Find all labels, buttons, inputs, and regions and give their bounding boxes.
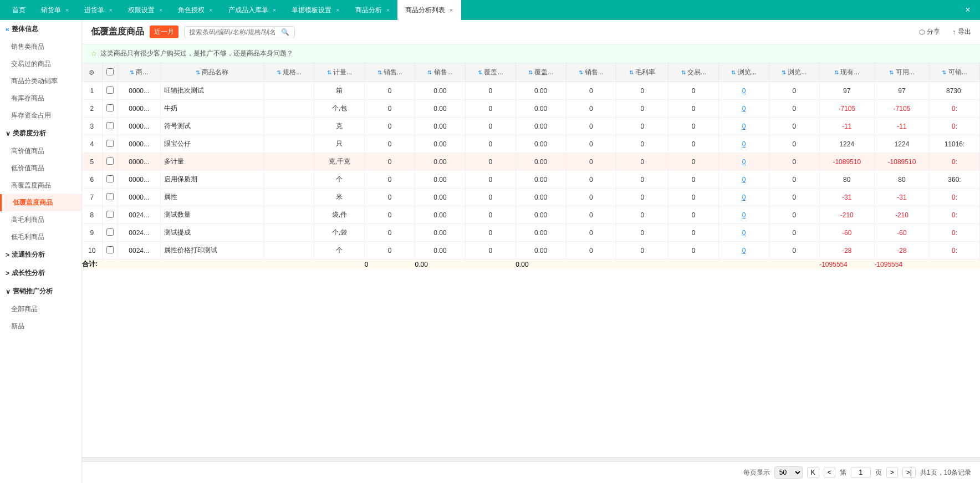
export-button[interactable]: ↑ 导出 (952, 27, 971, 37)
row-current-stock: 97 (819, 82, 874, 100)
row-current-stock: -1089510 (819, 153, 874, 171)
col-name[interactable]: ⇅ 商品名称 (160, 63, 264, 82)
share-button[interactable]: ⬡ 分享 (919, 27, 940, 37)
row-browse1[interactable]: 0 (719, 153, 769, 171)
sidebar-item-traded-goods[interactable]: 交易过的商品 (0, 55, 81, 73)
sidebar-section-growth[interactable]: > 成长性分析 (0, 264, 81, 282)
sidebar-item-all-goods[interactable]: 全部商品 (0, 301, 81, 318)
period-button[interactable]: 近一月 (150, 26, 178, 38)
row-checkbox[interactable] (102, 189, 118, 206)
sidebar-item-low-value[interactable]: 低价值商品 (0, 160, 81, 177)
close-icon[interactable]: × (273, 7, 276, 13)
sidebar-section-marketing[interactable]: ∨ 营销推广分析 (0, 282, 81, 301)
row-browse1[interactable]: 0 (719, 189, 769, 206)
row-sellable: 0: (930, 100, 980, 118)
first-page-button[interactable]: K (807, 467, 819, 478)
current-page-input[interactable] (851, 467, 871, 478)
col-sku[interactable]: ⇅ 商... (118, 63, 160, 82)
total-sales-amount: 0.00 (415, 260, 466, 270)
row-browse1[interactable]: 0 (719, 135, 769, 153)
close-icon[interactable]: × (65, 7, 69, 13)
select-all-checkbox[interactable] (106, 68, 114, 75)
sidebar-item-high-margin[interactable]: 高毛利商品 (0, 211, 81, 228)
col-sellable[interactable]: ⇅ 可销... (930, 63, 980, 82)
row-checkbox[interactable] (102, 206, 118, 224)
close-icon[interactable]: × (109, 7, 112, 13)
nav-permission[interactable]: 权限设置 × (120, 0, 170, 20)
search-box[interactable]: 🔍 (184, 26, 295, 38)
row-browse1[interactable]: 0 (719, 100, 769, 118)
col-cover2[interactable]: ⇅ 覆盖... (515, 63, 566, 82)
sidebar-item-stocked-goods[interactable]: 有库存商品 (0, 90, 81, 107)
info-banner: ☆ 这类商品只有很少客户购买过，是推广不够，还是商品本身问题？ (82, 44, 980, 63)
page-size-select[interactable]: 50 20 100 200 (774, 466, 803, 479)
prev-page-button[interactable]: < (824, 467, 835, 478)
row-checkbox[interactable] (102, 100, 118, 118)
col-sales-qty[interactable]: ⇅ 销售... (365, 63, 415, 82)
nav-sales-order[interactable]: 销货单 × (33, 0, 76, 20)
row-browse1[interactable]: 0 (719, 118, 769, 135)
close-icon[interactable]: × (386, 7, 390, 13)
col-browse1[interactable]: ⇅ 浏览... (719, 63, 769, 82)
col-settings[interactable]: ⚙ (82, 63, 102, 82)
row-spec (264, 206, 314, 224)
close-icon[interactable]: × (450, 7, 453, 13)
col-current-stock[interactable]: ⇅ 现有... (819, 63, 874, 82)
col-checkbox[interactable] (102, 63, 118, 82)
sidebar-item-sales-goods[interactable]: 销售类商品 (0, 38, 81, 55)
row-checkbox[interactable] (102, 82, 118, 100)
col-browse2[interactable]: ⇅ 浏览... (769, 63, 819, 82)
col-sales3[interactable]: ⇅ 销售... (566, 63, 616, 82)
sidebar-item-high-value[interactable]: 高价值商品 (0, 143, 81, 160)
nav-product-analysis[interactable]: 商品分析 × (348, 0, 397, 20)
next-page-button[interactable]: > (886, 467, 898, 478)
row-browse1[interactable]: 0 (719, 242, 769, 260)
row-cover2: 0.00 (515, 100, 566, 118)
nav-product-stock[interactable]: 产成品入库单 × (221, 0, 284, 20)
sidebar-item-category-rate[interactable]: 商品分类动销率 (0, 73, 81, 90)
row-checkbox[interactable] (102, 118, 118, 135)
close-icon[interactable]: × (336, 7, 339, 13)
row-browse1[interactable]: 0 (719, 82, 769, 100)
nav-purchase-order[interactable]: 进货单 × (76, 0, 120, 20)
nav-home[interactable]: 首页 (4, 0, 33, 20)
row-unit: 只 (314, 135, 365, 153)
horizontal-scrollbar[interactable] (82, 457, 980, 461)
col-unit[interactable]: ⇅ 计量... (314, 63, 365, 82)
row-checkbox[interactable] (102, 242, 118, 260)
col-sales-amount[interactable]: ⇅ 销售... (415, 63, 466, 82)
row-checkbox[interactable] (102, 171, 118, 189)
row-browse1[interactable]: 0 (719, 206, 769, 224)
row-sku: 0000... (118, 118, 160, 135)
sidebar-item-new-goods[interactable]: 新品 (0, 318, 81, 335)
search-input[interactable] (189, 28, 278, 36)
sidebar-item-high-coverage[interactable]: 高覆盖度商品 (0, 177, 81, 194)
row-browse1[interactable]: 0 (719, 224, 769, 242)
sidebar-item-low-margin[interactable]: 低毛利商品 (0, 228, 81, 246)
window-close-button[interactable]: × (960, 2, 976, 18)
col-cover1[interactable]: ⇅ 覆盖... (465, 63, 515, 82)
col-trade[interactable]: ⇅ 交易... (668, 63, 719, 82)
row-checkbox[interactable] (102, 153, 118, 171)
nav-product-analysis-list[interactable]: 商品分析列表 × (397, 0, 461, 20)
sidebar-item-low-coverage[interactable]: 低覆盖度商品 (0, 194, 81, 211)
col-available[interactable]: ⇅ 可用... (874, 63, 929, 82)
nav-role-auth[interactable]: 角色授权 × (170, 0, 220, 20)
close-icon[interactable]: × (159, 7, 162, 13)
search-icon[interactable]: 🔍 (281, 28, 289, 36)
row-checkbox[interactable] (102, 224, 118, 242)
col-gross-rate[interactable]: ⇅ 毛利率 (616, 63, 668, 82)
sidebar-section-cluster[interactable]: ∨ 类群度分析 (0, 124, 81, 143)
sidebar-section-overall[interactable]: « 整体信息 (0, 20, 81, 38)
sidebar-item-inventory-capital[interactable]: 库存资金占用 (0, 107, 81, 124)
export-icon: ↑ (952, 28, 956, 36)
sidebar-section-circulation[interactable]: > 流通性分析 (0, 246, 81, 264)
row-checkbox[interactable] (102, 135, 118, 153)
table-row: 10 0024... 属性价格打印测试 个 0 0.00 0 0.00 0 0 … (82, 242, 980, 260)
close-icon[interactable]: × (209, 7, 212, 13)
row-browse1[interactable]: 0 (719, 171, 769, 189)
col-spec[interactable]: ⇅ 规格... (264, 63, 314, 82)
nav-template-settings[interactable]: 单据模板设置 × (284, 0, 347, 20)
table-row: 9 0024... 测试提成 个,袋 0 0.00 0 0.00 0 0 0 0… (82, 224, 980, 242)
last-page-button[interactable]: >| (902, 467, 916, 478)
